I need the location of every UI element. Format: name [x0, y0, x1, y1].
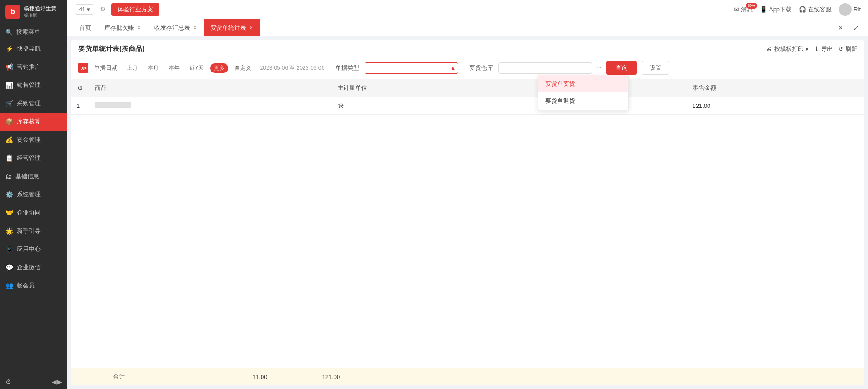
tab-bar-right: ✕ ⤢: [834, 21, 863, 34]
nav-label-marketing: 营销推广: [17, 63, 41, 71]
type-select-wrapper: ▲ 要货单要货 要货单退货: [365, 62, 458, 74]
nav-label-purchase: 采购管理: [17, 99, 41, 107]
row-index: 1: [71, 97, 89, 115]
type-chevron-up-icon[interactable]: ▲: [450, 65, 456, 71]
sidebar-nav: ⚡ 快捷导航 📢 营销推广 📊 销售管理 🛒 采购管理 📦 库存核算 💰 资金管…: [0, 40, 67, 374]
dropdown-item-order-request[interactable]: 要货单要货: [538, 75, 628, 92]
tab-home-label: 首页: [79, 24, 91, 32]
query-button[interactable]: 查询: [606, 61, 637, 75]
tab-close-all-btn[interactable]: ✕: [834, 21, 847, 34]
system-icon: ⚙️: [5, 191, 13, 198]
sidebar-item-sales[interactable]: 📊 销售管理: [0, 76, 67, 94]
sidebar-item-operations[interactable]: 📋 经营管理: [0, 149, 67, 167]
enterprise-icon: 🤝: [5, 209, 13, 216]
table-footer: 合计 11.00 121.00: [71, 368, 864, 385]
nav-label-wechat: 企业微信: [17, 263, 41, 271]
sidebar-item-enterprise[interactable]: 🤝 企业协同: [0, 204, 67, 222]
tab-maximize-btn[interactable]: ⤢: [850, 21, 863, 34]
main-area: 41 ▾ ⚙ 体验行业方案 ✉ 消息 99+ 📱 App下载 🎧 在线客服 R: [67, 0, 868, 389]
custom-date-btn[interactable]: 自定义: [231, 63, 255, 73]
tab-order-summary[interactable]: 要货单统计表 ✕: [204, 19, 260, 36]
purchase-icon: 🛒: [5, 100, 13, 107]
nav-label-system: 系统管理: [17, 190, 41, 199]
type-dropdown-menu: 要货单要货 要货单退货: [538, 75, 629, 110]
tab-close-inventory-batch[interactable]: ✕: [137, 25, 141, 31]
tab-close-receivable-summary[interactable]: ✕: [193, 25, 197, 31]
tab-inventory-batch[interactable]: 库存批次账 ✕: [98, 19, 148, 36]
user-menu[interactable]: Rit: [839, 3, 861, 16]
sidebar-item-quick[interactable]: ⚡ 快捷导航: [0, 40, 67, 58]
trial-button[interactable]: 体验行业方案: [111, 3, 159, 16]
app-download-label: App下载: [769, 5, 791, 14]
nav-label-sales: 销售管理: [17, 81, 41, 89]
sidebar-item-marketing[interactable]: 📢 营销推广: [0, 58, 67, 76]
nav-label-enterprise: 企业协同: [17, 209, 41, 217]
col-settings[interactable]: ⚙: [71, 79, 89, 97]
app-download-action[interactable]: 📱 App下载: [760, 5, 791, 14]
sidebar-item-guide[interactable]: 🌟 新手引导: [0, 222, 67, 240]
store-selector[interactable]: 41 ▾: [75, 4, 94, 15]
col-sale-amount: 零售金额: [687, 79, 864, 97]
sidebar-logo: b 畅捷通好生意 标准版: [0, 0, 67, 24]
data-table: ⚙ 商品 主计量单位 主数量 零售金额 1: [71, 79, 864, 115]
messages-icon: ✉: [734, 6, 739, 13]
page-container: 要货单统计表(按商品) 🖨 按模板打印 ▾ ⬇ 导出 ↺ 刷新: [71, 40, 864, 385]
current-year-btn[interactable]: 本年: [165, 63, 183, 73]
sidebar-item-finance[interactable]: 💰 资金管理: [0, 131, 67, 149]
quick-icon: ⚡: [5, 45, 13, 52]
wechat-icon: 💬: [5, 264, 13, 271]
sidebar-item-inventory[interactable]: 📦 库存核算: [0, 113, 67, 131]
page-actions: 🖨 按模板打印 ▾ ⬇ 导出 ↺ 刷新: [766, 45, 857, 53]
basic-icon: 🗂: [5, 173, 12, 180]
sidebar-item-apps[interactable]: 📱 应用中心: [0, 240, 67, 258]
tab-home[interactable]: 首页: [73, 19, 98, 36]
search-menu[interactable]: 🔍 搜索菜单: [0, 24, 67, 40]
type-select-input[interactable]: [365, 62, 458, 74]
more-dates-btn[interactable]: 更多: [210, 63, 228, 73]
online-service-action[interactable]: 🎧 在线客服: [799, 5, 832, 14]
sidebar-item-purchase[interactable]: 🛒 采购管理: [0, 94, 67, 113]
export-icon: ⬇: [814, 46, 819, 52]
tab-order-summary-label: 要货单统计表: [211, 24, 246, 32]
settings-gear-icon[interactable]: ⚙: [100, 5, 106, 14]
page-title: 要货单统计表(按商品): [78, 45, 144, 53]
current-month-btn[interactable]: 本月: [144, 63, 162, 73]
col-product: 商品: [89, 79, 332, 97]
messages-action[interactable]: ✉ 消息 99+: [734, 5, 753, 14]
tab-close-order-summary[interactable]: ✕: [249, 25, 253, 31]
settings-icon[interactable]: ⚙: [5, 378, 11, 385]
print-template-btn[interactable]: 🖨 按模板打印 ▾: [766, 45, 809, 53]
tab-bar: 首页 库存批次账 ✕ 收发存汇总表 ✕ 要货单统计表 ✕ ✕ ⤢: [67, 19, 868, 36]
row-unit: 块: [332, 97, 540, 115]
print-template-label: 按模板打印: [774, 45, 804, 53]
export-btn[interactable]: ⬇ 导出: [814, 45, 833, 53]
nav-label-basic: 基础信息: [15, 172, 39, 180]
page-header: 要货单统计表(按商品) 🖨 按模板打印 ▾ ⬇ 导出 ↺ 刷新: [71, 40, 864, 56]
store-number: 41: [79, 6, 85, 13]
sidebar-item-members[interactable]: 👥 畅会员: [0, 276, 67, 295]
nav-label-members: 畅会员: [17, 282, 35, 290]
date-filter: 上月 本月 本年 近7天 更多 自定义: [123, 63, 255, 73]
setting-button[interactable]: 设置: [642, 61, 669, 75]
filter-expand-btn[interactable]: ≫: [78, 63, 88, 73]
table-container: ⚙ 商品 主计量单位 主数量 零售金额 1: [71, 79, 864, 368]
export-label: 导出: [821, 45, 833, 53]
refresh-btn[interactable]: ↺ 刷新: [838, 45, 857, 53]
last-7-days-btn[interactable]: 近7天: [186, 63, 207, 73]
nav-label-finance: 资金管理: [17, 136, 41, 144]
print-chevron-down-icon: ▾: [806, 46, 809, 52]
sidebar-item-system[interactable]: ⚙️ 系统管理: [0, 185, 67, 204]
messages-badge: 99+: [746, 3, 757, 9]
sidebar-collapse-btn[interactable]: ◀▶: [52, 378, 62, 385]
sidebar-item-basic[interactable]: 🗂 基础信息: [0, 167, 67, 185]
sidebar: b 畅捷通好生意 标准版 🔍 搜索菜单 ⚡ 快捷导航 📢 营销推广 📊 销售管理…: [0, 0, 67, 389]
user-name: Rit: [853, 6, 861, 13]
warehouse-select-input[interactable]: [498, 62, 592, 74]
guide-icon: 🌟: [5, 227, 13, 235]
dropdown-item-order-return[interactable]: 要货单退货: [538, 92, 628, 110]
tab-receivable-summary[interactable]: 收发存汇总表 ✕: [148, 19, 204, 36]
sidebar-item-wechat[interactable]: 💬 企业微信: [0, 258, 67, 276]
warehouse-more-icon[interactable]: ···: [595, 64, 601, 72]
last-month-btn[interactable]: 上月: [123, 63, 141, 73]
finance-icon: 💰: [5, 136, 13, 143]
